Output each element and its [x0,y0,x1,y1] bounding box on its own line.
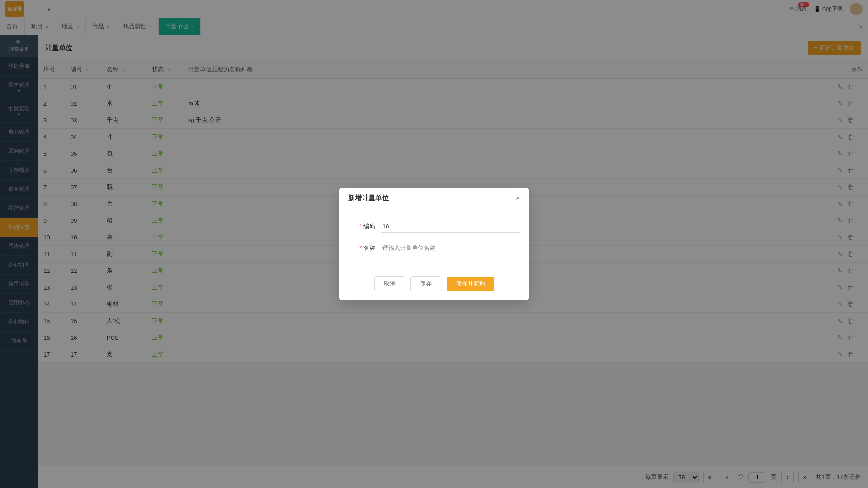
modal-overlay[interactable]: 新增计量单位 × 编码 名称 取消 保存 保存并新增 [0,0,868,488]
modal-title: 新增计量单位 [348,194,389,202]
code-input[interactable] [381,220,520,233]
cancel-button[interactable]: 取消 [374,276,405,291]
save-button[interactable]: 保存 [410,276,441,291]
modal-body: 编码 名称 [339,209,529,271]
name-label: 名称 [348,244,375,252]
modal-header: 新增计量单位 × [339,188,529,209]
modal-close-button[interactable]: × [516,194,520,202]
add-unit-modal: 新增计量单位 × 编码 名称 取消 保存 保存并新增 [339,188,529,300]
save-and-new-button[interactable]: 保存并新增 [447,277,494,291]
name-input[interactable] [381,242,520,254]
modal-footer: 取消 保存 保存并新增 [339,271,529,300]
name-form-row: 名称 [348,242,520,254]
code-label: 编码 [348,222,375,230]
code-form-row: 编码 [348,220,520,233]
